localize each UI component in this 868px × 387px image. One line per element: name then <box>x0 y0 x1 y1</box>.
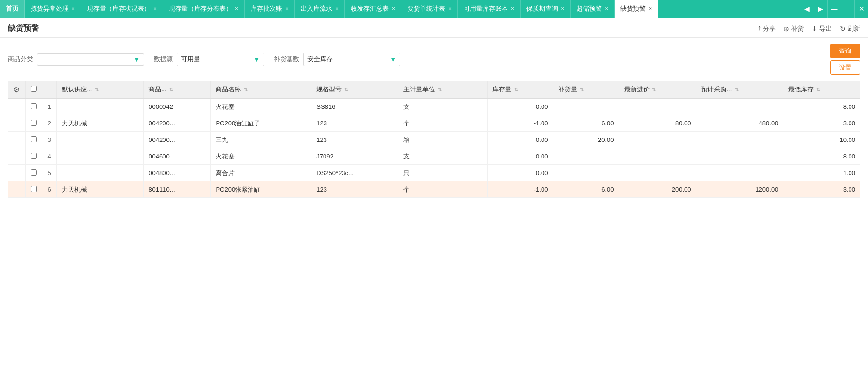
category-filter-group: 商品分类 ▼ <box>8 53 144 66</box>
table-header-row: ⚙ 默认供应... ⇅ 商品... ⇅ <box>8 81 860 99</box>
tab-prev-button[interactable]: ◀ <box>800 0 814 18</box>
tab-next-button[interactable]: ▶ <box>814 0 827 18</box>
row-settings-cell <box>8 132 25 148</box>
settings-button[interactable]: 设置 <box>830 60 860 75</box>
table-container: ⚙ 默认供应... ⇅ 商品... ⇅ <box>0 81 868 198</box>
row-checkbox-cell <box>25 181 42 198</box>
tab-close-5[interactable]: × <box>335 5 339 12</box>
table-gear-icon[interactable]: ⚙ <box>13 85 20 94</box>
tab-item-1[interactable]: 拣货异常处理× <box>25 0 81 18</box>
tab-close-4[interactable]: × <box>285 5 289 12</box>
row-spec: J7092 <box>311 148 398 165</box>
tab-close-6[interactable]: × <box>392 5 395 12</box>
row-checkbox-1[interactable] <box>31 120 37 126</box>
row-checkbox-2[interactable] <box>31 136 37 142</box>
row-checkbox-5[interactable] <box>31 186 37 192</box>
row-min-stock: 3.00 <box>783 115 860 132</box>
tab-item-9[interactable]: 保质期查询× <box>521 0 571 18</box>
sort-min-stock-icon[interactable]: ⇅ <box>816 87 820 92</box>
table-row[interactable]: 2力天机械004200...PC200油缸缸子123个-1.006.0080.0… <box>8 115 860 132</box>
row-checkbox-0[interactable] <box>31 103 37 109</box>
main-content: 缺货预警 ⤴ 分享 ⊕ 补货 ⬇ 导出 ↻ 刷新 商品分类 <box>0 18 868 387</box>
row-replenish-qty <box>553 148 619 165</box>
row-estimated-purchase <box>696 99 783 115</box>
sort-code-icon[interactable]: ⇅ <box>169 87 173 92</box>
row-checkbox-3[interactable] <box>31 153 37 159</box>
sort-unit-icon[interactable]: ⇅ <box>438 87 442 92</box>
sort-name-icon[interactable]: ⇅ <box>244 87 248 92</box>
tab-item-10[interactable]: 超储预警× <box>571 0 615 18</box>
tab-close-7[interactable]: × <box>448 5 452 12</box>
tab-item-7[interactable]: 要货单统计表× <box>401 0 458 18</box>
tab-item-0[interactable]: 首页 <box>0 0 25 18</box>
sort-supplier-icon[interactable]: ⇅ <box>95 87 99 92</box>
row-unit: 支 <box>398 148 488 165</box>
row-min-stock: 8.00 <box>783 99 860 115</box>
row-default-supplier: 力天机械 <box>56 181 144 198</box>
refresh-button[interactable]: ↻ 刷新 <box>840 24 860 33</box>
row-replenish-qty <box>553 165 619 181</box>
table-row[interactable]: 3004200...三九123箱0.0020.0010.00 <box>8 132 860 148</box>
sort-estimated-icon[interactable]: ⇅ <box>735 87 739 92</box>
row-settings-cell <box>8 181 25 198</box>
tab-item-4[interactable]: 库存批次账× <box>245 0 295 18</box>
tab-close-8[interactable]: × <box>511 5 514 12</box>
sort-stock-icon[interactable]: ⇅ <box>514 87 518 92</box>
tab-item-5[interactable]: 出入库流水× <box>295 0 345 18</box>
row-checkbox-4[interactable] <box>31 169 37 176</box>
table-row[interactable]: 4004600...火花塞J7092支0.008.00 <box>8 148 860 165</box>
row-latest-price: 80.00 <box>619 115 696 132</box>
category-select[interactable]: ▼ <box>37 53 144 66</box>
tab-close-2[interactable]: × <box>153 5 157 12</box>
tab-item-6[interactable]: 收发存汇总表× <box>345 0 401 18</box>
row-replenish-qty <box>553 99 619 115</box>
datasource-chevron-icon: ▼ <box>253 56 260 63</box>
col-min-stock: 最低库存 ⇅ <box>783 81 860 99</box>
category-label: 商品分类 <box>8 55 33 64</box>
col-checkbox <box>25 81 42 99</box>
query-button[interactable]: 查询 <box>830 44 860 58</box>
col-default-supplier: 默认供应... ⇅ <box>56 81 144 99</box>
filter-right-actions: 查询 设置 <box>830 44 860 75</box>
col-stock: 库存量 ⇅ <box>488 81 553 99</box>
row-default-supplier <box>56 132 144 148</box>
row-latest-price: 200.00 <box>619 181 696 198</box>
col-latest-price: 最新进价 ⇅ <box>619 81 696 99</box>
filter-area: 商品分类 ▼ 数据源 可用量 ▼ 补货基数 安全库存 ▼ 查询 设置 <box>0 38 868 81</box>
window-close-button[interactable]: ✕ <box>854 0 868 18</box>
window-minimize-button[interactable]: — <box>827 0 841 18</box>
row-default-supplier: 力天机械 <box>56 115 144 132</box>
replenish-button[interactable]: ⊕ 补货 <box>783 24 804 33</box>
row-product-name: PC200张紧油缸 <box>211 181 311 198</box>
datasource-select[interactable]: 可用量 ▼ <box>177 53 264 66</box>
tab-close-1[interactable]: × <box>72 5 75 12</box>
tab-close-9[interactable]: × <box>561 5 564 12</box>
data-table: ⚙ 默认供应... ⇅ 商品... ⇅ <box>8 81 860 198</box>
row-spec: 123 <box>311 181 398 198</box>
tab-item-11[interactable]: 缺货预警× <box>615 0 658 18</box>
select-all-checkbox[interactable] <box>31 86 37 92</box>
table-row[interactable]: 5004800...离合片DS250*23c...只0.001.00 <box>8 165 860 181</box>
replenish-base-filter-group: 补货基数 安全库存 ▼ <box>274 53 400 66</box>
export-icon: ⬇ <box>812 25 817 33</box>
tab-item-2[interactable]: 现存量（库存状况表）× <box>81 0 163 18</box>
sort-replenish-icon[interactable]: ⇅ <box>580 87 584 92</box>
row-estimated-purchase <box>696 132 783 148</box>
table-row[interactable]: 10000042火花塞SS816支0.008.00 <box>8 99 860 115</box>
datasource-label: 数据源 <box>154 55 173 64</box>
row-spec: DS250*23c... <box>311 165 398 181</box>
tab-close-10[interactable]: × <box>605 5 608 12</box>
export-button[interactable]: ⬇ 导出 <box>812 24 832 33</box>
row-product-code: 004600... <box>144 148 211 165</box>
share-button[interactable]: ⤴ 分享 <box>758 24 776 33</box>
table-row[interactable]: 6力天机械801110...PC200张紧油缸123个-1.006.00200.… <box>8 181 860 198</box>
sort-spec-icon[interactable]: ⇅ <box>344 87 348 92</box>
replenish-base-select[interactable]: 安全库存 ▼ <box>303 53 400 66</box>
tab-item-3[interactable]: 现存量（库存分布表）× <box>163 0 245 18</box>
tab-close-11[interactable]: × <box>649 5 652 12</box>
row-stock: 0.00 <box>488 165 553 181</box>
tab-close-3[interactable]: × <box>235 5 238 12</box>
tab-item-8[interactable]: 可用量库存账本× <box>458 0 521 18</box>
window-maximize-button[interactable]: □ <box>841 0 854 18</box>
sort-price-icon[interactable]: ⇅ <box>652 87 656 92</box>
